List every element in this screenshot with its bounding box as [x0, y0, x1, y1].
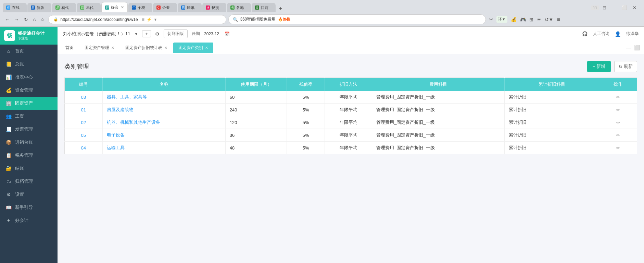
cell-name: 电子设备 — [102, 129, 225, 142]
browser-tabs-bar: 在 在线 新 新版 易 易代 易 易代 好 好会 ✕ 个 个税 C 企业 腾 腾… — [0, 0, 644, 12]
sidebar-item-checkout[interactable]: 🔐 结账 — [0, 162, 58, 175]
game-icon[interactable]: 🎮 — [520, 17, 526, 22]
cell-edit[interactable]: ✏ — [599, 129, 637, 142]
sun-icon[interactable]: ☀ — [537, 17, 541, 22]
cell-edit[interactable]: ✏ — [599, 104, 637, 116]
add-button[interactable]: + 新增 — [587, 61, 611, 72]
sidebar-label-ledger: 总账 — [15, 61, 24, 67]
edit-icon[interactable]: ✏ — [616, 95, 620, 100]
new-tab-button[interactable]: + — [276, 5, 285, 12]
switch-version-button[interactable]: 切到旧版 — [164, 29, 188, 38]
lightning-icon[interactable]: ⚡ — [147, 17, 152, 22]
url-dropdown-icon[interactable]: ▼ — [154, 17, 157, 22]
sidebar-label-checkout: 结账 — [15, 165, 24, 171]
tab-asset-category[interactable]: 固定资产类别 ✕ — [173, 43, 213, 53]
dropdown-arrow-icon[interactable]: ▼ — [134, 32, 138, 36]
tab-asset-category-label: 固定资产类别 — [178, 45, 203, 51]
sidebar-item-home[interactable]: ⌂ 首页 — [0, 45, 58, 58]
col-header-months: 使用期限（月） — [225, 78, 287, 91]
cell-code: 03 — [65, 91, 103, 104]
window-restore-icon[interactable]: ⊟ — [601, 4, 608, 11]
add-account-button[interactable]: + — [142, 30, 151, 37]
browser-tab-tax[interactable]: 个 个税 — [128, 3, 152, 12]
refresh-button[interactable]: ↻ 刷新 — [614, 61, 637, 72]
col-header-method: 折旧方法 — [325, 78, 372, 91]
scissors-icon[interactable]: ✂ — [489, 17, 493, 22]
sidebar-item-salary[interactable]: 👥 工资 — [0, 110, 58, 123]
tab-window-maximize-icon[interactable]: ⬜ — [634, 45, 640, 50]
window-maximize-icon[interactable]: ⬜ — [620, 4, 629, 11]
user-name[interactable]: 徐泽华 — [626, 31, 639, 37]
calendar-icon[interactable]: 📅 — [225, 32, 230, 36]
url-bar[interactable]: 🔒 https://cloud.chanjet.com/accounting/u… — [48, 15, 226, 24]
sidebar-label-purchases: 进销台账 — [15, 139, 33, 145]
sidebar-item-reports[interactable]: 📊 报表中心 — [0, 71, 58, 84]
table-row: 02 机器、机械和其他生产设备 120 5% 年限平均 管理费用_固定资产折旧_… — [65, 116, 637, 129]
menu-icon[interactable]: ≡ — [557, 16, 560, 23]
site-info-icon[interactable]: ⊞ — [141, 17, 144, 22]
tab-depreciation-table-close[interactable]: ✕ — [164, 46, 167, 50]
undo-icon[interactable]: ↺▼ — [545, 17, 554, 22]
sidebar-item-ledger[interactable]: 📒 总账 — [0, 58, 58, 71]
grid-icon[interactable]: ⊞ — [529, 17, 533, 22]
cell-method: 年限平均 — [325, 104, 372, 116]
browser-tab-online[interactable]: 在 在线 — [3, 3, 27, 12]
edit-icon[interactable]: ✏ — [616, 107, 620, 112]
translate-icon[interactable]: 译▼ — [496, 16, 507, 23]
wallet-icon[interactable]: 💰 — [511, 17, 517, 22]
back-button[interactable]: ← — [3, 15, 11, 24]
sidebar-item-fixed-assets[interactable]: 🏢 固定资产 — [0, 97, 58, 110]
home-icon: ⌂ — [5, 48, 12, 54]
forward-button[interactable]: → — [13, 15, 21, 24]
edit-icon[interactable]: ✏ — [616, 120, 620, 125]
window-close-icon[interactable]: ✕ — [631, 4, 639, 11]
tab-home[interactable]: 首页 — [60, 43, 79, 53]
sidebar-item-tax[interactable]: 📋 税务管理 — [0, 149, 58, 162]
funds-icon: 💰 — [5, 87, 12, 93]
browser-tab-tencent[interactable]: 腾 腾讯 — [178, 3, 202, 12]
browser-tab-yidai2[interactable]: 易 易代 — [77, 3, 101, 12]
settings-gear-icon[interactable]: ⚙ — [155, 31, 160, 37]
browser-tab-new[interactable]: 新 新版 — [27, 3, 51, 12]
sidebar-item-purchases[interactable]: 📦 进销台账 — [0, 136, 58, 149]
guide-icon: 📖 — [5, 205, 12, 210]
sidebar-item-haokuai[interactable]: ✦ 好会计 — [0, 214, 58, 227]
browser-tab-yidai1[interactable]: 易 易代 — [52, 3, 76, 12]
browser-tab-changtiao[interactable]: M 畅提 — [202, 3, 226, 12]
sidebar-item-guide[interactable]: 📖 新手引导 — [0, 201, 58, 214]
sidebar-label-fixed-assets: 固定资产 — [15, 100, 33, 106]
cell-code: 04 — [65, 142, 103, 154]
reload-button[interactable]: ↻ — [23, 15, 29, 24]
sidebar-item-funds[interactable]: 💰 资金管理 — [0, 84, 58, 97]
edit-icon[interactable]: ✏ — [616, 145, 620, 151]
col-header-accumulated: 累计折旧科目 — [505, 78, 599, 91]
tab-fixed-asset-mgmt[interactable]: 固定资产管理 ✕ — [79, 43, 119, 53]
sidebar-item-settings[interactable]: ⚙ 设置 — [0, 188, 58, 201]
cell-method: 年限平均 — [325, 129, 372, 142]
cell-edit[interactable]: ✏ — [599, 91, 637, 104]
browser-tab-enterprise[interactable]: C 企业 — [153, 3, 177, 12]
window-minimize-icon[interactable]: — — [610, 4, 618, 11]
cell-accumulated: 累计折旧 — [505, 116, 599, 129]
cell-edit[interactable]: ✏ — [599, 116, 637, 129]
bookmark-button[interactable]: ☆ — [39, 15, 46, 24]
tab-window-minimize-icon[interactable]: — — [626, 45, 631, 50]
edit-icon[interactable]: ✏ — [616, 133, 620, 138]
cell-code: 01 — [65, 104, 103, 116]
sidebar-item-archive[interactable]: 🗂 归档管理 — [0, 175, 58, 188]
browser-tab-haohui-active[interactable]: 好 好会 ✕ — [101, 2, 128, 12]
search-bar[interactable]: 🔍 360智能抠图免费用 🔥热搜 — [228, 14, 485, 24]
tab-asset-category-close[interactable]: ✕ — [205, 46, 208, 50]
sidebar-item-invoice[interactable]: 🧾 发票管理 — [0, 123, 58, 136]
help-label[interactable]: 人工咨询 — [593, 31, 609, 37]
cell-code: 05 — [65, 129, 103, 142]
browser-tab-gedi[interactable]: 各 各地 — [227, 3, 251, 12]
browser-tab-close[interactable]: ✕ — [121, 5, 124, 10]
home-button[interactable]: ⌂ — [31, 15, 37, 24]
cell-method: 年限平均 — [325, 142, 372, 154]
tab-fixed-asset-mgmt-close[interactable]: ✕ — [111, 46, 114, 50]
browser-tab-muqian[interactable]: S 目前 — [252, 3, 276, 12]
tab-depreciation-table[interactable]: 固定资产折旧统计表 ✕ — [120, 43, 173, 53]
cell-name: 机器、机械和其他生产设备 — [102, 116, 225, 129]
cell-edit[interactable]: ✏ — [599, 142, 637, 154]
